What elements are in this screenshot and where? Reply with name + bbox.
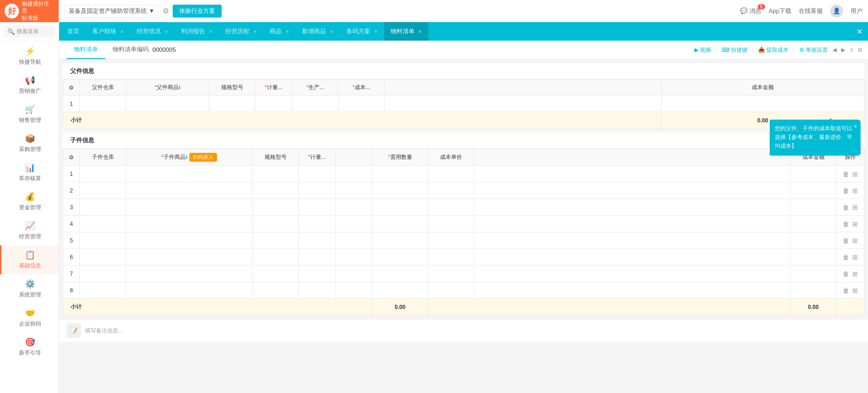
- copy-icon-7[interactable]: ⊞: [852, 270, 858, 278]
- child-row-unit-5[interactable]: [299, 232, 336, 249]
- child-row-spec-8[interactable]: [253, 282, 299, 299]
- child-row-warehouse-2[interactable]: [80, 182, 126, 199]
- child-row-warehouse-7[interactable]: [80, 266, 126, 282]
- child-row-spec-7[interactable]: [253, 266, 299, 282]
- parent-row-cost[interactable]: [338, 96, 385, 112]
- parent-col-settings[interactable]: ⚙: [63, 80, 80, 96]
- sub-tab-bom-code[interactable]: 物料清单编码 0000005: [105, 41, 183, 59]
- child-row-spec-5[interactable]: [253, 232, 299, 249]
- parent-row-warehouse[interactable]: [80, 96, 126, 112]
- copy-icon-5[interactable]: ⊞: [852, 237, 858, 244]
- delete-icon-7[interactable]: 🗑: [843, 270, 849, 278]
- nav-tab-close-history[interactable]: ✕: [253, 29, 257, 34]
- expand-btn[interactable]: ⊞: [858, 47, 862, 53]
- shortcut-btn[interactable]: ⌨ 快捷键: [722, 46, 747, 54]
- delete-icon-1[interactable]: 🗑: [843, 170, 849, 178]
- child-row-cost-unit-7[interactable]: [428, 266, 474, 282]
- child-row-spec-3[interactable]: [253, 199, 299, 216]
- nav-left-btn[interactable]: ◀: [832, 47, 837, 53]
- child-row-qty-2[interactable]: [373, 182, 428, 199]
- search-input-wrap[interactable]: 🔍 搜索菜单: [4, 26, 55, 37]
- child-row-qty-1[interactable]: [373, 166, 428, 182]
- parent-row-unit[interactable]: [255, 96, 292, 112]
- parent-row-production[interactable]: [292, 96, 338, 112]
- child-row-product-3[interactable]: [126, 199, 253, 216]
- child-row-cost-unit-2[interactable]: [428, 182, 474, 199]
- delete-icon-8[interactable]: 🗑: [843, 287, 849, 294]
- child-row-spec-2[interactable]: [253, 182, 299, 199]
- notes-icon-wrap[interactable]: 📝: [66, 323, 81, 338]
- child-row-product-4[interactable]: [126, 216, 253, 232]
- sidebar-search-section[interactable]: 🔍 搜索菜单: [0, 22, 59, 42]
- nav-tab-home[interactable]: 首页: [61, 22, 86, 41]
- video-btn[interactable]: ▶ 视频: [694, 46, 711, 54]
- child-row-qty-3[interactable]: [373, 199, 428, 216]
- delete-icon-2[interactable]: 🗑: [843, 187, 849, 194]
- parent-row-product[interactable]: [126, 96, 209, 112]
- child-row-warehouse-1[interactable]: [80, 166, 126, 182]
- nav-right-btn[interactable]: ▶: [841, 47, 845, 53]
- child-row-unit-7[interactable]: [299, 266, 336, 282]
- extract-cost-btn[interactable]: 📥 提取成本: [758, 46, 789, 54]
- tooltip-close-btn[interactable]: ×: [854, 122, 857, 131]
- sidebar-item-marketing[interactable]: 📢营销推广: [0, 71, 59, 100]
- notes-placeholder[interactable]: 填写备注信息...: [85, 327, 123, 335]
- sidebar-item-system[interactable]: ⚙️系统管理: [0, 274, 59, 303]
- nav-tab-new-product[interactable]: 新增商品✕: [295, 22, 340, 41]
- sidebar-item-enterprise[interactable]: 🤝企业协同: [0, 303, 59, 333]
- nav-tab-close-customers[interactable]: ✕: [120, 29, 124, 34]
- sidebar-item-quick-nav[interactable]: ⚡快捷导航: [0, 42, 59, 71]
- child-row-unit-6[interactable]: [299, 249, 336, 266]
- copy-icon-4[interactable]: ⊞: [852, 220, 858, 228]
- child-row-spec-6[interactable]: [253, 249, 299, 266]
- delete-icon-3[interactable]: 🗑: [843, 204, 849, 211]
- sub-tab-bom-list[interactable]: 物料清单: [66, 41, 105, 59]
- child-row-qty-8[interactable]: [373, 282, 428, 299]
- child-row-spec-4[interactable]: [253, 216, 299, 232]
- nav-tab-close-products[interactable]: ✕: [285, 29, 289, 34]
- child-row-product-6[interactable]: [126, 249, 253, 266]
- child-row-product-8[interactable]: [126, 282, 253, 299]
- close-all-button[interactable]: ✕: [853, 27, 866, 36]
- child-row-warehouse-4[interactable]: [80, 216, 126, 232]
- child-row-unit-8[interactable]: [299, 282, 336, 299]
- copy-icon-2[interactable]: ⊞: [852, 187, 858, 194]
- single-settings-btn[interactable]: ⚙ 单据设置: [799, 46, 828, 54]
- child-row-unit-2[interactable]: [299, 182, 336, 199]
- nav-tab-operations[interactable]: 经营情况✕: [130, 22, 175, 41]
- child-row-unit-3[interactable]: [299, 199, 336, 216]
- child-row-product-2[interactable]: [126, 182, 253, 199]
- child-row-spec-1[interactable]: [253, 166, 299, 182]
- nav-tab-close-new-product[interactable]: ✕: [330, 29, 333, 34]
- sidebar-item-sales[interactable]: 🛒销售管理: [0, 100, 59, 129]
- child-row-cost-unit-8[interactable]: [428, 282, 474, 299]
- nav-tab-bom[interactable]: 物料清单✕: [384, 22, 428, 41]
- sidebar-item-purchase[interactable]: 📦采购管理: [0, 129, 59, 158]
- trial-button[interactable]: 体验行业方案: [173, 5, 222, 18]
- nav-tab-history[interactable]: 经营历程✕: [219, 22, 263, 41]
- child-row-warehouse-6[interactable]: [80, 249, 126, 266]
- copy-icon-8[interactable]: ⊞: [852, 287, 858, 294]
- child-row-cost-unit-3[interactable]: [428, 199, 474, 216]
- view-toggle-btn[interactable]: ≡: [850, 47, 853, 53]
- copy-icon-1[interactable]: ⊞: [852, 170, 858, 178]
- child-row-warehouse-5[interactable]: [80, 232, 126, 249]
- avatar[interactable]: 👤: [830, 5, 843, 18]
- delete-icon-6[interactable]: 🗑: [843, 254, 849, 261]
- nav-tab-close-operations[interactable]: ✕: [164, 29, 168, 34]
- sidebar-item-finance[interactable]: 💰资金管理: [0, 187, 59, 216]
- child-row-qty-6[interactable]: [373, 249, 428, 266]
- child-col-settings[interactable]: ⚙: [63, 149, 80, 166]
- child-row-warehouse-3[interactable]: [80, 199, 126, 216]
- child-row-product-7[interactable]: [126, 266, 253, 282]
- copy-icon-3[interactable]: ⊞: [852, 204, 858, 211]
- child-row-warehouse-8[interactable]: [80, 282, 126, 299]
- child-row-qty-4[interactable]: [373, 216, 428, 232]
- sidebar-item-inventory[interactable]: 📊库存核算: [0, 158, 59, 187]
- child-row-unit-1[interactable]: [299, 166, 336, 182]
- message-icon-wrap[interactable]: 💬 6 消息: [740, 7, 761, 15]
- nav-tab-customers[interactable]: 客户联络✕: [86, 22, 130, 41]
- child-row-product-5[interactable]: [126, 232, 253, 249]
- sidebar-item-basic-info[interactable]: 📋基础信息: [0, 245, 59, 274]
- system-selector[interactable]: 装备及固定资产辅助管理系统 ▼: [65, 5, 159, 18]
